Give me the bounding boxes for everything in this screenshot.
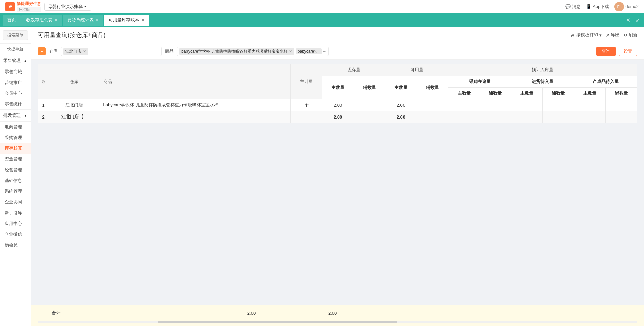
chevron-down-icon: ▾ [84, 5, 86, 8]
product-label: 商品 [165, 48, 174, 54]
tab-requisition[interactable]: 要货单统计表 ✕ [63, 15, 103, 26]
sidebar-search-area: 搜索菜单 [0, 27, 31, 44]
col-finished: 产成品待入量 [574, 76, 637, 88]
cell-group-unit [291, 111, 322, 123]
sidebar-item-enterprise[interactable]: 企业协同 [0, 197, 31, 207]
top-bar: 好 畅捷通好生意 标准版 母婴行业演示账套 ▾ 💬 消息 📱 App下载 Ea … [0, 0, 644, 13]
print-button[interactable]: 🖨 按模板打印 ▾ [571, 32, 602, 38]
cell-group-index: 2 [38, 111, 49, 123]
cell-current-aux [354, 99, 385, 111]
horizontal-scrollbar[interactable] [38, 321, 637, 323]
download-button[interactable]: 📱 App下载 [586, 4, 609, 10]
sidebar-item-ecommerce[interactable]: 电商管理 [0, 122, 31, 132]
sidebar-item-operation[interactable]: 经营管理 [0, 165, 31, 175]
col-avail-main: 主数量 [385, 76, 417, 99]
warehouse-filter-tags[interactable]: 江北门店 ✕ ··· [61, 47, 162, 56]
col-expected: 预计入库量 [448, 64, 637, 76]
table-area: ⚙ 仓库 商品 主计量 现存量 可用量 预计入库量 主数量 辅数量 主数量 辅数… [31, 60, 644, 305]
sidebar-item-guide[interactable]: 新手引导 [0, 207, 31, 218]
col-fp-aux: 辅数量 [606, 88, 637, 99]
footer-avail-main: 2.00 [312, 308, 353, 318]
col-in-main: 主数量 [511, 88, 543, 99]
page-header: 可用量查询(按仓库+商品) 🖨 按模板打印 ▾ ↗ 导出 ↻ 刷新 [31, 27, 644, 43]
sidebar-item-member[interactable]: 会员中心 [0, 88, 31, 99]
cell-in-main [511, 99, 543, 111]
cell-in-aux [543, 99, 574, 111]
sidebar-item-zero-stats[interactable]: 零售统计 [0, 99, 31, 109]
warehouse-label: 仓库 [49, 48, 58, 54]
cell-group-in-main [511, 111, 543, 123]
product-tag1: babycare学饮杯 儿童防摔防撞吸管杯重力球吸嘴杯宝宝水杯 ✕ [179, 48, 294, 55]
message-icon: 💬 [565, 4, 571, 9]
cell-group-pt-main [448, 111, 480, 123]
tab-receive-close[interactable]: ✕ [54, 18, 57, 22]
cell-avail-main: 2.00 [385, 99, 417, 111]
warehouse-tag: 江北门店 ✕ [63, 48, 88, 55]
sidebar-item-zero-mall[interactable]: 零售商城 [0, 66, 31, 77]
col-warehouse: 仓库 [49, 64, 100, 99]
sidebar-item-inventory[interactable]: 库存核算 [0, 143, 31, 154]
print-icon: 🖨 [571, 33, 575, 38]
page-actions: 🖨 按模板打印 ▾ ↗ 导出 ↻ 刷新 [571, 32, 637, 38]
product-filter-tags[interactable]: babycare学饮杯 儿童防摔防撞吸管杯重力球吸嘴杯宝宝水杯 ✕ babyca… [177, 47, 329, 56]
footer-table: 合计 2.00 2.00 [38, 308, 637, 318]
data-table: ⚙ 仓库 商品 主计量 现存量 可用量 预计入库量 主数量 辅数量 主数量 辅数… [38, 64, 637, 123]
tab-close-all-button[interactable]: ✕ [625, 16, 632, 25]
cell-pt-aux [480, 99, 511, 111]
tab-receive[interactable]: 收发存汇总表 ✕ [21, 15, 62, 26]
table-settings-icon[interactable]: ⚙ [41, 79, 45, 84]
quick-nav-button[interactable]: 快捷导航 [0, 44, 31, 55]
sidebar-item-wechat[interactable]: 企业微信 [0, 229, 31, 240]
tab-available[interactable]: 可用量库存账本 ✕ [104, 15, 149, 26]
product-tag1-close[interactable]: ✕ [289, 49, 292, 54]
warehouse-more-dots[interactable]: ··· [89, 49, 93, 54]
sidebar-item-vip[interactable]: 畅会员 [0, 240, 31, 250]
setting-button[interactable]: 设置 [619, 47, 637, 56]
tab-requisition-close[interactable]: ✕ [96, 18, 99, 22]
cell-fp-main [574, 99, 606, 111]
col-in-aux: 辅数量 [543, 88, 574, 99]
expand-filter-button[interactable]: » [38, 47, 46, 55]
table-group-row: 2 江北门店【... 2.00 2.00 [38, 111, 637, 123]
sidebar-item-marketing[interactable]: 营销推广 [0, 77, 31, 88]
export-button[interactable]: ↗ 导出 [606, 32, 620, 38]
sidebar-item-appstore[interactable]: 应用中心 [0, 218, 31, 229]
product-more-dots[interactable]: ··· [323, 49, 326, 54]
tab-home[interactable]: 首页 [3, 15, 21, 26]
cell-group-pt-aux [480, 111, 511, 123]
tab-bar: 首页 收发存汇总表 ✕ 要货单统计表 ✕ 可用量库存账本 ✕ ✕ ⤢ [0, 13, 644, 27]
sidebar-item-finance[interactable]: 资金管理 [0, 154, 31, 165]
warehouse-tag-close[interactable]: ✕ [83, 49, 86, 54]
table-footer: 合计 2.00 2.00 [31, 305, 644, 326]
cell-avail-aux [417, 99, 448, 111]
cell-group-in-aux [543, 111, 574, 123]
sidebar-section-wholesale: 批发管理 ▼ [0, 110, 31, 122]
sidebar-item-purchase[interactable]: 采购管理 [0, 132, 31, 143]
tab-available-close[interactable]: ✕ [141, 18, 144, 22]
col-current-aux: 辅数量 [354, 76, 385, 99]
message-button[interactable]: 💬 消息 [565, 4, 581, 10]
col-incoming: 进货待入量 [511, 76, 574, 88]
chevron-icon: ▲ [24, 59, 27, 63]
search-menu-button[interactable]: 搜索菜单 [3, 30, 28, 40]
query-button[interactable]: 查询 [596, 47, 616, 56]
user-menu[interactable]: Ea demo2 [614, 2, 639, 11]
refresh-button[interactable]: ↻ 刷新 [624, 32, 637, 38]
col-pt-main: 主数量 [448, 88, 480, 99]
sidebar-item-basic[interactable]: 基础信息 [0, 175, 31, 186]
filter-actions: 查询 设置 [596, 47, 637, 56]
tab-maximize-button[interactable]: ⤢ [634, 16, 641, 25]
product-tag2: babycare?... [296, 48, 322, 54]
cell-fp-aux [606, 99, 637, 111]
industry-select[interactable]: 母婴行业演示账套 ▾ [44, 3, 91, 11]
sidebar-item-system[interactable]: 系统管理 [0, 186, 31, 197]
logo-area: 好 畅捷通好生意 标准版 [5, 1, 41, 12]
cell-warehouse: 江北门店 [49, 99, 100, 111]
sidebar-item-zero-sales[interactable]: 零售管理 ▲ [0, 55, 31, 66]
footer-label: 合计 [48, 308, 89, 318]
sidebar-item-wholesale[interactable]: 批发管理 ▼ [0, 110, 31, 121]
footer-current-main: 2.00 [231, 308, 272, 318]
top-bar-left: 好 畅捷通好生意 标准版 母婴行业演示账套 ▾ [5, 1, 91, 12]
col-unit: 主计量 [291, 64, 322, 99]
sidebar-section-zero-sales: 零售管理 ▲ 零售商城 营销推广 会员中心 零售统计 [0, 55, 31, 110]
